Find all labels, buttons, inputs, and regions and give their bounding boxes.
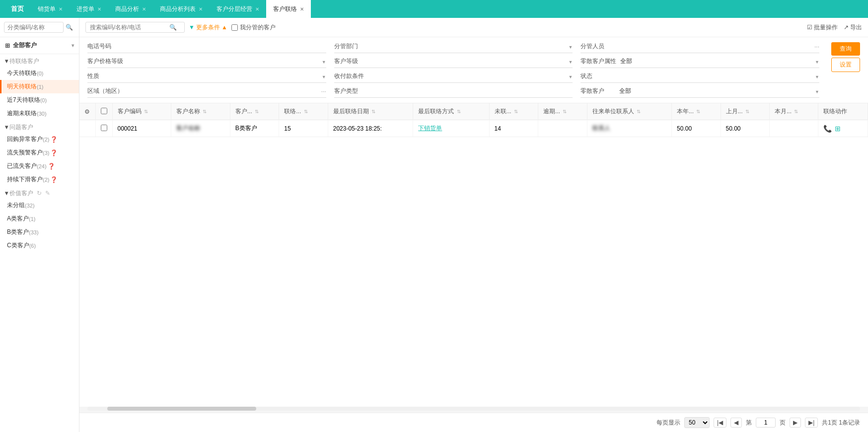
first-page-btn[interactable]: |◀: [714, 418, 726, 428]
sidebar-all-customers[interactable]: ⊞ 全部客户: [0, 37, 79, 54]
sidebar-group-pending: ▾ 待联络客户: [0, 54, 79, 67]
field-region[interactable]: 区域（地区） ···: [87, 87, 326, 98]
sidebar-item-class-b[interactable]: B类客户 (33): [0, 225, 79, 239]
filter-mine-area: 我分管的客户: [231, 23, 276, 32]
settings-button[interactable]: 设置: [831, 58, 860, 72]
nav-customer-contact[interactable]: 客户联络 ✕: [266, 0, 311, 18]
sidebar-item-declining[interactable]: 持续下滑客户 (2) ❓: [0, 173, 79, 186]
col-header-checkbox: [95, 103, 112, 120]
nature-dropdown-icon[interactable]: [322, 73, 326, 80]
field-price-grade[interactable]: 客户价格等级: [87, 57, 326, 68]
filter-search-box[interactable]: 🔍: [85, 22, 185, 33]
col-header-type[interactable]: 客户... ⇅: [230, 103, 279, 120]
row-overdue: [538, 120, 587, 137]
row-type: B类客户: [230, 120, 279, 137]
more-action-icon[interactable]: ⊞: [835, 125, 841, 133]
sidebar-item-class-c[interactable]: C类客户 (6): [0, 239, 79, 252]
sort-this-month-icon: ⇅: [794, 109, 798, 114]
field-retail-customer[interactable]: 零散客户 全部: [580, 87, 819, 98]
manager-more-icon[interactable]: ···: [814, 43, 819, 50]
select-all-checkbox[interactable]: [101, 108, 107, 114]
retail-customer-dropdown-icon[interactable]: [815, 88, 819, 95]
close-customer-contact-icon[interactable]: ✕: [300, 6, 304, 12]
col-header-uncontact[interactable]: 未联... ⇅: [489, 103, 538, 120]
filter-icon: ▼: [189, 24, 195, 31]
per-page-select[interactable]: 50 20 100: [684, 417, 710, 428]
batch-operation-btn[interactable]: ☑ 批量操作: [807, 23, 838, 32]
col-header-last-date[interactable]: 最后联络日期 ⇅: [328, 103, 413, 120]
region-more-icon[interactable]: ···: [321, 88, 326, 95]
filter-search-input[interactable]: [90, 24, 169, 31]
sidebar-item-churned[interactable]: 已流失客户 (24) ❓: [0, 159, 79, 173]
payment-dropdown-icon[interactable]: [568, 73, 573, 80]
prev-page-btn[interactable]: ◀: [730, 418, 742, 428]
nav-home[interactable]: 首页: [4, 0, 31, 18]
col-header-last-month[interactable]: 上月... ⇅: [721, 103, 769, 120]
status-dropdown-icon[interactable]: [815, 73, 819, 80]
col-header-actions: 联络动作: [818, 103, 868, 120]
page-label: 第: [746, 419, 752, 427]
sidebar-item-tomorrow[interactable]: 明天待联络 (1): [0, 80, 79, 93]
query-button[interactable]: 查询: [831, 42, 860, 56]
nav-customer-tier[interactable]: 客户分层经营 ✕: [210, 0, 266, 18]
field-payment[interactable]: 收付款条件: [334, 72, 573, 83]
customer-table: ⚙ 客户编码 ⇅ 客户名称 ⇅ 客户... ⇅: [79, 103, 868, 137]
col-header-overdue[interactable]: 逾期... ⇅: [538, 103, 587, 120]
last-page-btn[interactable]: ▶|: [805, 418, 818, 428]
col-header-name[interactable]: 客户名称 ⇅: [171, 103, 230, 120]
sidebar: 🔍 ⊞ 全部客户 ▾ 待联络客户 今天待联络 (0) 明天待联络 (1) 近7天…: [0, 18, 79, 432]
sidebar-search-input[interactable]: [4, 22, 64, 33]
refresh-icon[interactable]: ↻: [37, 190, 42, 197]
help-icon-churn: ❓: [50, 149, 58, 156]
edit-icon[interactable]: ✎: [45, 190, 50, 197]
horizontal-scrollbar-thumb[interactable]: [107, 407, 256, 411]
field-status[interactable]: 状态: [580, 72, 819, 83]
col-header-contact-person[interactable]: 往来单位联系人 ⇅: [587, 103, 672, 120]
field-nature[interactable]: 性质: [87, 72, 326, 83]
sidebar-item-overdue[interactable]: 逾期未联络 (30): [0, 107, 79, 120]
sidebar-item-unclassified[interactable]: 未分组 (32): [0, 199, 79, 212]
sidebar-item-class-a[interactable]: A类客户 (1): [0, 212, 79, 225]
col-header-contact-count[interactable]: 联络... ⇅: [279, 103, 328, 120]
row-last-type-link[interactable]: 下销货单: [418, 125, 442, 132]
close-customer-tier-icon[interactable]: ✕: [255, 6, 259, 12]
adv-filter-row-4: 区域（地区） ··· 客户类型 零散客户 全部: [87, 87, 819, 98]
sidebar-item-churn-warning[interactable]: 流失预警客户 (3) ❓: [0, 146, 79, 159]
field-dept[interactable]: 分管部门: [334, 42, 573, 53]
close-purchase-order-icon[interactable]: ✕: [97, 6, 101, 12]
sidebar-item-repurchase-abnormal[interactable]: 回购异常客户 (2) ❓: [0, 133, 79, 146]
col-header-this-year[interactable]: 本年... ⇅: [672, 103, 721, 120]
sidebar-item-today[interactable]: 今天待联络 (0): [0, 67, 79, 80]
horizontal-scrollbar-track[interactable]: [87, 407, 860, 411]
customer-grade-dropdown-icon[interactable]: [568, 58, 573, 65]
col-header-code[interactable]: 客户编码 ⇅: [112, 103, 171, 120]
filter-mine-checkbox[interactable]: [231, 24, 238, 31]
field-manager[interactable]: 分管人员 ···: [580, 42, 819, 53]
col-header-settings[interactable]: ⚙: [79, 103, 95, 120]
col-header-this-month[interactable]: 本月... ⇅: [770, 103, 818, 120]
close-product-analysis-icon[interactable]: ✕: [142, 6, 146, 12]
nav-purchase-order[interactable]: 进货单 ✕: [70, 0, 108, 18]
close-product-analysis-list-icon[interactable]: ✕: [199, 6, 203, 12]
row-select-checkbox[interactable]: [101, 125, 107, 131]
dept-dropdown-icon[interactable]: [568, 43, 573, 50]
next-page-btn[interactable]: ▶: [790, 418, 801, 428]
sort-overdue-icon: ⇅: [563, 109, 567, 114]
col-header-last-type[interactable]: 最后联络方式 ⇅: [413, 103, 489, 120]
field-retail-attr[interactable]: 零散客户属性 全部: [580, 57, 819, 68]
sidebar-search-icon[interactable]: 🔍: [66, 24, 73, 31]
close-sales-order-icon[interactable]: ✕: [59, 6, 63, 12]
export-btn[interactable]: ↗ 导出: [844, 23, 862, 32]
field-customer-grade[interactable]: 客户等级: [334, 57, 573, 68]
contact-action-icon[interactable]: 📞: [823, 125, 832, 133]
page-number-input[interactable]: [756, 418, 776, 428]
sidebar-item-7days[interactable]: 近7天待联络 (0): [0, 93, 79, 107]
price-grade-dropdown-icon[interactable]: [322, 58, 326, 65]
filter-more-btn[interactable]: ▼ 更多条件 ▲: [189, 23, 227, 32]
nav-sales-order[interactable]: 销货单 ✕: [31, 0, 70, 18]
filter-search-icon[interactable]: 🔍: [169, 24, 177, 31]
nav-product-analysis[interactable]: 商品分析 ✕: [108, 0, 153, 18]
nav-product-analysis-list[interactable]: 商品分析列表 ✕: [153, 0, 210, 18]
retail-attr-dropdown-icon[interactable]: [815, 58, 819, 65]
collapse-icon[interactable]: [72, 43, 74, 48]
